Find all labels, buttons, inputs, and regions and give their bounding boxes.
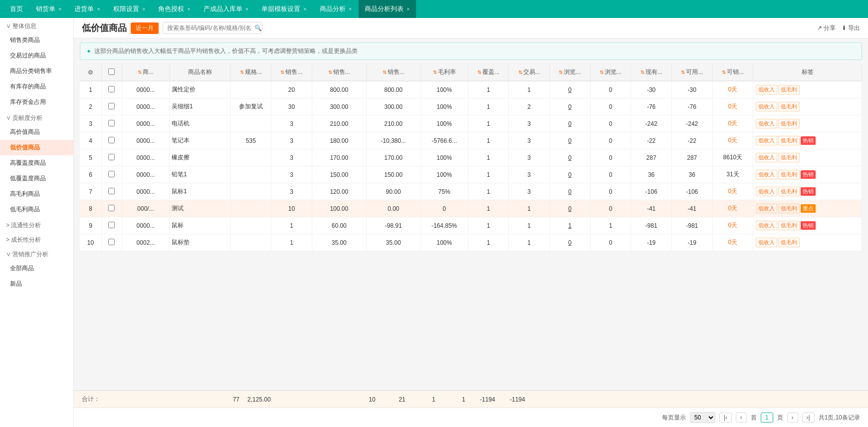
cell-browse1[interactable]: 0: [550, 98, 591, 115]
row-checkbox[interactable]: [108, 120, 115, 126]
nav-sales[interactable]: 销货单 ×: [30, 0, 67, 18]
cell-browse1[interactable]: 0: [550, 166, 591, 183]
browse1-link[interactable]: 0: [568, 171, 572, 178]
search-icon[interactable]: 🔍: [254, 24, 262, 31]
sidebar-group-contribution[interactable]: ∨ 贡献度分析: [0, 110, 73, 124]
cell-name[interactable]: 笔记本: [170, 132, 230, 149]
settings-icon[interactable]: ⚙: [88, 69, 93, 76]
browse1-link[interactable]: 0: [568, 86, 572, 93]
row-checkbox[interactable]: [108, 222, 115, 228]
cell-name[interactable]: 橡皮擦: [170, 149, 230, 166]
cell-browse1[interactable]: 0: [550, 132, 591, 149]
row-checkbox[interactable]: [108, 86, 115, 92]
sidebar-item-traded[interactable]: 交易过的商品: [0, 48, 73, 63]
row-checkbox[interactable]: [108, 188, 115, 194]
cell-name[interactable]: 测试: [170, 200, 230, 217]
cell-checkbox[interactable]: [102, 149, 122, 166]
sidebar-item-low-profit[interactable]: 低毛利商品: [0, 202, 73, 217]
close-stock-icon[interactable]: ×: [245, 6, 248, 12]
row-checkbox[interactable]: [108, 137, 115, 143]
cell-browse1[interactable]: 0: [550, 234, 591, 251]
row-checkbox[interactable]: [108, 154, 115, 160]
browse1-link[interactable]: 0: [568, 120, 572, 127]
sidebar-item-low-coverage[interactable]: 低覆盖度商品: [0, 171, 73, 186]
select-all-checkbox[interactable]: [108, 68, 115, 75]
cell-browse1[interactable]: 0: [550, 81, 591, 98]
prev-page-button[interactable]: ‹: [736, 413, 747, 423]
sidebar-group-overall[interactable]: ∨ 整体信息: [0, 18, 73, 32]
close-permission-icon[interactable]: ×: [142, 6, 145, 12]
sidebar-item-inventory-capital[interactable]: 库存资金占用: [0, 94, 73, 110]
cell-checkbox[interactable]: [102, 115, 122, 132]
cell-name[interactable]: 鼠标垫: [170, 234, 230, 251]
first-page-button[interactable]: |‹: [719, 413, 732, 423]
cell-checkbox[interactable]: [102, 217, 122, 234]
close-analysis-icon[interactable]: ×: [349, 6, 352, 12]
close-purchase-icon[interactable]: ×: [97, 6, 100, 12]
browse1-link[interactable]: 0: [568, 205, 572, 212]
browse1-link[interactable]: 0: [568, 154, 572, 161]
cell-name[interactable]: 吴细细1: [170, 98, 230, 115]
cell-name[interactable]: 属性定价: [170, 81, 230, 98]
nav-home[interactable]: 首页: [4, 0, 29, 18]
sidebar-item-new-products[interactable]: 新品: [0, 276, 73, 292]
sidebar-item-category-rate[interactable]: 商品分类销售率: [0, 63, 73, 79]
cell-browse1[interactable]: 0: [550, 183, 591, 200]
cell-checkbox[interactable]: [102, 98, 122, 115]
sidebar-item-high-value[interactable]: 高价值商品: [0, 124, 73, 140]
sidebar-item-sales-products[interactable]: 销售类商品: [0, 32, 73, 48]
cell-checkbox[interactable]: [102, 166, 122, 183]
per-page-select[interactable]: 50 100 200: [690, 412, 715, 423]
th-settings[interactable]: ⚙: [80, 64, 102, 81]
close-analysis-list-icon[interactable]: ×: [407, 6, 410, 12]
search-input[interactable]: [163, 22, 262, 34]
cell-browse1[interactable]: 0: [550, 200, 591, 217]
close-template-icon[interactable]: ×: [303, 6, 306, 12]
next-page-button[interactable]: ›: [787, 413, 798, 423]
row-checkbox[interactable]: [108, 171, 115, 177]
cell-name[interactable]: 电话机: [170, 115, 230, 132]
cell-checkbox[interactable]: [102, 200, 122, 217]
row-checkbox[interactable]: [108, 239, 115, 245]
browse1-link[interactable]: 0: [568, 103, 572, 110]
cell-checkbox[interactable]: [102, 234, 122, 251]
cell-browse1[interactable]: 0: [550, 149, 591, 166]
browse1-link[interactable]: 1: [568, 222, 572, 229]
sidebar-item-in-stock[interactable]: 有库存的商品: [0, 79, 73, 94]
th-checkbox[interactable]: [102, 64, 122, 81]
cell-gross-rate: 100%: [421, 166, 468, 183]
sidebar-group-growth[interactable]: > 成长性分析: [0, 232, 73, 246]
sidebar-item-high-profit[interactable]: 高毛利商品: [0, 186, 73, 202]
date-filter-button[interactable]: 近一月: [131, 22, 159, 34]
nav-purchase[interactable]: 进货单 ×: [68, 0, 106, 18]
sidebar-item-low-value[interactable]: 低价值商品: [0, 140, 73, 155]
last-page-button[interactable]: ›|: [802, 413, 815, 423]
sidebar-item-high-coverage[interactable]: 高覆盖度商品: [0, 155, 73, 171]
sidebar-group-marketing[interactable]: ∨ 营销推广分析: [0, 246, 73, 261]
cell-name[interactable]: 鼠标1: [170, 183, 230, 200]
cell-checkbox[interactable]: [102, 183, 122, 200]
row-checkbox[interactable]: [108, 205, 115, 211]
cell-checkbox[interactable]: [102, 81, 122, 98]
nav-permission[interactable]: 权限设置 ×: [107, 0, 151, 18]
nav-product-analysis-list[interactable]: 商品分析列表 ×: [359, 0, 416, 18]
nav-template[interactable]: 单据模板设置 ×: [255, 0, 312, 18]
cell-name[interactable]: 鼠标: [170, 217, 230, 234]
row-checkbox[interactable]: [108, 103, 115, 109]
cell-checkbox[interactable]: [102, 132, 122, 149]
sidebar-item-all-products[interactable]: 全部商品: [0, 261, 73, 276]
close-sales-icon[interactable]: ×: [58, 6, 61, 12]
browse1-link[interactable]: 0: [568, 137, 572, 144]
export-button[interactable]: ⬇ 导出: [842, 24, 860, 32]
browse1-link[interactable]: 0: [568, 188, 572, 195]
nav-product-analysis[interactable]: 商品分析 ×: [314, 0, 358, 18]
cell-name[interactable]: 铅笔1: [170, 166, 230, 183]
nav-stock-in[interactable]: 产成品入库单 ×: [198, 0, 254, 18]
browse1-link[interactable]: 0: [568, 239, 572, 246]
cell-browse1[interactable]: 0: [550, 115, 591, 132]
nav-role[interactable]: 角色授权 ×: [152, 0, 196, 18]
close-role-icon[interactable]: ×: [187, 6, 190, 12]
cell-browse1[interactable]: 1: [550, 217, 591, 234]
share-button[interactable]: ↗ 分享: [817, 24, 836, 32]
sidebar-group-circulation[interactable]: > 流通性分析: [0, 217, 73, 232]
